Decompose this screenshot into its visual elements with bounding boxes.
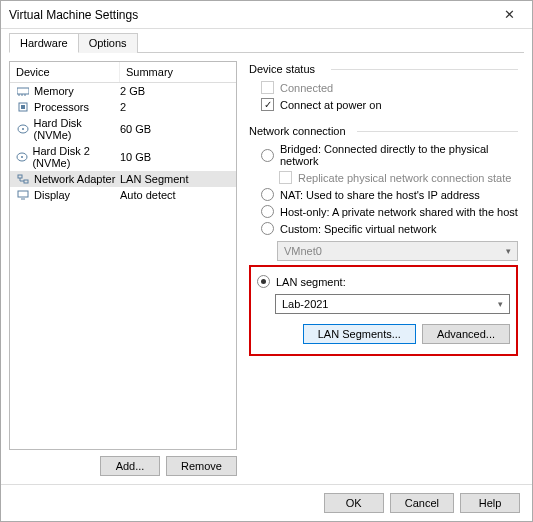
custom-vmnet-value: VMnet0	[284, 245, 322, 257]
hostonly-label: Host-only: A private network shared with…	[280, 206, 518, 218]
device-name: Processors	[34, 101, 89, 113]
lansegment-value: Lab-2021	[282, 298, 329, 310]
network-icon	[16, 173, 30, 185]
bridged-label: Bridged: Connected directly to the physi…	[280, 143, 518, 167]
connect-poweron-label: Connect at power on	[280, 99, 382, 111]
remove-button[interactable]: Remove	[166, 456, 237, 476]
right-panel: Device status Connected Connect at power…	[247, 61, 524, 476]
connected-label: Connected	[280, 82, 333, 94]
tabstrip: Hardware Options	[1, 29, 532, 53]
custom-vmnet-select: VMnet0 ▾	[277, 241, 518, 261]
connect-poweron-checkbox[interactable]	[261, 98, 274, 111]
table-row[interactable]: Network Adapter LAN Segment	[10, 171, 236, 187]
svg-rect-10	[18, 175, 22, 178]
lan-segment-highlight: LAN segment: Lab-2021 ▾ LAN Segments... …	[249, 265, 518, 356]
dialog-body: Device Summary Memory 2 GB Processors	[1, 53, 532, 484]
hostonly-radio[interactable]	[261, 205, 274, 218]
device-summary: 60 GB	[120, 123, 230, 135]
custom-label: Custom: Specific virtual network	[280, 223, 437, 235]
table-row[interactable]: Memory 2 GB	[10, 83, 236, 99]
device-table: Device Summary Memory 2 GB Processors	[9, 61, 237, 450]
display-icon	[16, 189, 30, 201]
device-name: Hard Disk (NVMe)	[34, 117, 120, 141]
cpu-icon	[16, 101, 30, 113]
replicate-checkbox	[279, 171, 292, 184]
group-title: Network connection	[249, 125, 518, 137]
device-summary: Auto detect	[120, 189, 230, 201]
lansegment-radio[interactable]	[257, 275, 270, 288]
connected-checkbox	[261, 81, 274, 94]
svg-rect-11	[24, 180, 28, 183]
cancel-button[interactable]: Cancel	[390, 493, 454, 513]
svg-point-9	[21, 156, 23, 158]
svg-rect-5	[21, 105, 25, 109]
group-title: Device status	[249, 63, 518, 75]
tab-options[interactable]: Options	[78, 33, 138, 53]
custom-radio[interactable]	[261, 222, 274, 235]
svg-rect-12	[18, 191, 28, 197]
device-summary: LAN Segment	[120, 173, 230, 185]
memory-icon	[16, 85, 30, 97]
device-summary: 2	[120, 101, 230, 113]
left-button-row: Add... Remove	[9, 456, 237, 476]
lan-segments-button[interactable]: LAN Segments...	[303, 324, 416, 344]
device-name: Network Adapter	[34, 173, 115, 185]
table-row[interactable]: Hard Disk (NVMe) 60 GB	[10, 115, 236, 143]
lansegment-select[interactable]: Lab-2021 ▾	[275, 294, 510, 314]
advanced-button[interactable]: Advanced...	[422, 324, 510, 344]
header-device[interactable]: Device	[10, 62, 120, 82]
footer: OK Cancel Help	[1, 484, 532, 521]
device-summary: 2 GB	[120, 85, 230, 97]
device-table-header: Device Summary	[10, 62, 236, 83]
table-row[interactable]: Processors 2	[10, 99, 236, 115]
device-name: Hard Disk 2 (NVMe)	[32, 145, 120, 169]
help-button[interactable]: Help	[460, 493, 520, 513]
window: Virtual Machine Settings ✕ Hardware Opti…	[0, 0, 533, 522]
chevron-down-icon: ▾	[498, 299, 503, 309]
window-title: Virtual Machine Settings	[9, 8, 494, 22]
group-network-connection: Network connection Bridged: Connected di…	[249, 125, 518, 356]
nat-radio[interactable]	[261, 188, 274, 201]
table-row[interactable]: Hard Disk 2 (NVMe) 10 GB	[10, 143, 236, 171]
header-summary[interactable]: Summary	[120, 62, 236, 82]
left-panel: Device Summary Memory 2 GB Processors	[9, 61, 237, 476]
device-name: Memory	[34, 85, 74, 97]
close-icon[interactable]: ✕	[494, 7, 524, 22]
svg-rect-0	[17, 88, 29, 94]
table-row[interactable]: Display Auto detect	[10, 187, 236, 203]
disk-icon	[16, 151, 28, 163]
ok-button[interactable]: OK	[324, 493, 384, 513]
device-name: Display	[34, 189, 70, 201]
tab-hardware[interactable]: Hardware	[9, 33, 79, 53]
titlebar: Virtual Machine Settings ✕	[1, 1, 532, 29]
lansegment-label: LAN segment:	[276, 276, 346, 288]
svg-point-7	[22, 128, 24, 130]
nat-label: NAT: Used to share the host's IP address	[280, 189, 480, 201]
add-button[interactable]: Add...	[100, 456, 160, 476]
device-summary: 10 GB	[120, 151, 230, 163]
replicate-label: Replicate physical network connection st…	[298, 172, 511, 184]
group-device-status: Device status Connected Connect at power…	[249, 63, 518, 113]
chevron-down-icon: ▾	[506, 246, 511, 256]
disk-icon	[16, 123, 30, 135]
bridged-radio[interactable]	[261, 149, 274, 162]
